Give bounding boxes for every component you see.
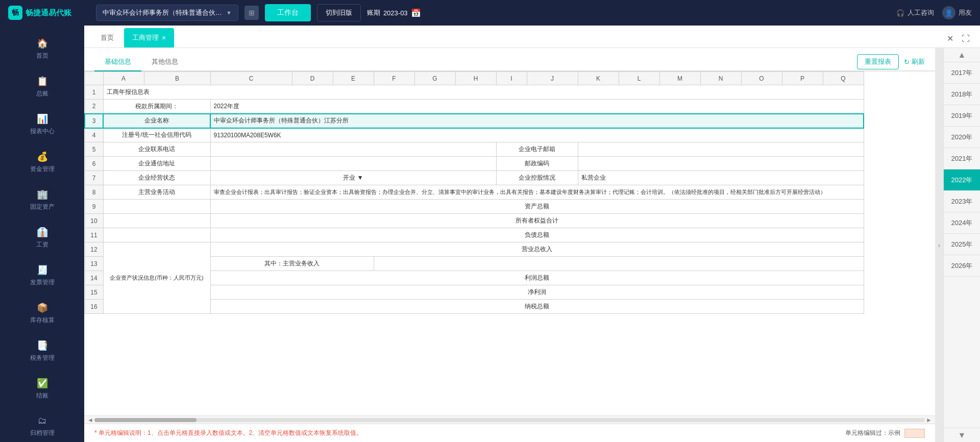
sidebar-label-tax: 税务管理 <box>30 354 55 362</box>
col-header-m[interactable]: M <box>659 72 700 85</box>
year-item-2023[interactable]: 2023年 <box>944 191 980 212</box>
status-value[interactable]: 开业 ▼ <box>210 171 496 185</box>
hscroll-right-arrow[interactable]: ► <box>925 416 933 424</box>
postcode-value[interactable] <box>578 157 864 171</box>
col-header-c[interactable]: C <box>210 72 292 85</box>
sidebar-label-payroll: 工资 <box>36 240 48 249</box>
tab-close-icon[interactable]: × <box>162 34 166 42</box>
spreadsheet-scroll[interactable]: A B C D E F G H I J <box>84 71 935 415</box>
year-item-2025[interactable]: 2025年 <box>944 234 980 255</box>
table-title: 工商年报信息表 <box>103 85 864 100</box>
year-down-arrow[interactable]: ▼ <box>944 428 980 442</box>
year-item-2020[interactable]: 2020年 <box>944 127 980 148</box>
reports-icon: 📊 <box>37 113 48 125</box>
close-window-button[interactable]: ✕ <box>945 32 955 45</box>
year-panel: ▲ 2017年 2018年 2019年 2020年 2021年 2022年 20… <box>943 48 980 442</box>
period-value: 2023-03 <box>383 9 408 17</box>
col-header-e[interactable]: E <box>333 72 374 85</box>
year-item-2017[interactable]: 2017年 <box>944 62 980 84</box>
logo: 畅 畅捷通易代账 <box>8 6 90 20</box>
logo-text: 畅捷通易代账 <box>26 8 71 18</box>
tab-home-label: 首页 <box>101 33 114 42</box>
main-revenue-label: 其中：主营业务收入 <box>210 257 374 271</box>
col-header-i[interactable]: I <box>496 72 527 85</box>
tab-home[interactable]: 首页 <box>92 28 122 47</box>
col-header-l[interactable]: L <box>619 72 659 85</box>
holding-value[interactable]: 私营企业 <box>578 171 864 185</box>
year-item-2021[interactable]: 2021年 <box>944 148 980 169</box>
refresh-button[interactable]: ↻ 刷新 <box>904 57 925 66</box>
company-selector[interactable]: 中审众环会计师事务所（特殊普通合伙… ▼ <box>96 5 238 21</box>
company-icon-button[interactable]: ⊞ <box>244 6 259 20</box>
col-header-a[interactable]: A <box>103 72 144 85</box>
year-item-2026[interactable]: 2026年 <box>944 255 980 277</box>
sidebar-item-payroll[interactable]: 👔 工资 <box>4 220 80 255</box>
period-value-cell[interactable]: 2022年度 <box>210 100 864 114</box>
col-header-j[interactable]: J <box>527 72 578 85</box>
email-value[interactable] <box>578 142 864 157</box>
reset-button[interactable]: 重置报表 <box>857 54 899 69</box>
col-header-q[interactable]: Q <box>823 72 864 85</box>
subtab-bar: 基础信息 其他信息 重置报表 ↻ 刷新 <box>84 48 935 71</box>
archive-icon: 🗂 <box>38 415 47 426</box>
hscroll-thumb[interactable] <box>94 418 197 422</box>
company-name-label: 企业名称 <box>103 114 210 128</box>
corner-cell <box>85 72 103 85</box>
footer: * 单元格编辑说明：1、点击单元格直接录入数值或文本。2、清空单元格数值或文本恢… <box>84 424 935 442</box>
year-item-2018[interactable]: 2018年 <box>944 84 980 105</box>
assets-total-label: 资产总额 <box>210 200 864 214</box>
sidebar-item-ledger[interactable]: 📋 总账 <box>4 69 80 104</box>
addr-value[interactable] <box>210 157 496 171</box>
year-item-2022[interactable]: 2022年 <box>944 169 980 191</box>
year-up-arrow[interactable]: ▲ <box>944 48 980 62</box>
year-item-2024[interactable]: 2024年 <box>944 212 980 234</box>
company-name-value[interactable]: 中审众环会计师事务所（特殊普通合伙）江苏分所 <box>210 114 864 128</box>
sidebar-item-invoice[interactable]: 🧾 发票管理 <box>4 258 80 293</box>
sidebar-label-close: 结账 <box>36 391 48 400</box>
subtab-basic-label: 基础信息 <box>105 58 131 65</box>
subtab-other[interactable]: 其他信息 <box>141 53 188 71</box>
sidebar-item-assets[interactable]: 🏢 固定资产 <box>4 183 80 217</box>
subtab-basic[interactable]: 基础信息 <box>94 53 141 71</box>
row-num-14: 14 <box>85 271 103 285</box>
col-header-k[interactable]: K <box>578 72 619 85</box>
row-num-3: 3 <box>85 114 103 128</box>
sidebar-item-reports[interactable]: 📊 报表中心 <box>4 107 80 142</box>
funds-icon: 💰 <box>37 151 48 162</box>
col-header-n[interactable]: N <box>700 72 741 85</box>
col-header-f[interactable]: F <box>374 72 414 85</box>
collapse-panel-button[interactable]: › <box>935 48 943 442</box>
table-row: 1 工商年报信息表 <box>85 85 864 100</box>
maximize-window-button[interactable]: ⛶ <box>960 32 972 45</box>
tel-value[interactable] <box>210 142 496 157</box>
footer-right: 单元格编辑过：示例 <box>845 429 925 438</box>
main-panel: 基础信息 其他信息 重置报表 ↻ 刷新 <box>84 48 935 442</box>
calendar-icon[interactable]: 📅 <box>411 8 421 18</box>
col-header-d[interactable]: D <box>292 72 333 85</box>
support-button[interactable]: 🎧 人工咨询 <box>896 8 934 17</box>
table-row: 5 企业联系电话 企业电子邮箱 <box>85 142 864 157</box>
row-num-12: 12 <box>85 242 103 257</box>
sidebar-item-funds[interactable]: 💰 资金管理 <box>4 145 80 180</box>
tab-business[interactable]: 工商管理 × <box>124 28 174 47</box>
sidebar-item-inventory[interactable]: 📦 库存核算 <box>4 296 80 331</box>
reg-value[interactable]: 91320100MA208E5W6K <box>210 128 864 142</box>
year-item-2019[interactable]: 2019年 <box>944 105 980 127</box>
col-header-h[interactable]: H <box>455 72 496 85</box>
sidebar-item-home[interactable]: 🏠 首页 <box>4 32 80 66</box>
sidebar-item-close[interactable]: ✅ 结账 <box>4 372 80 406</box>
sidebar-item-archive[interactable]: 🗂 归档管理 <box>4 409 80 442</box>
workbench-button[interactable]: 工作台 <box>265 4 311 21</box>
main-revenue-value[interactable] <box>374 257 864 271</box>
col-header-o[interactable]: O <box>741 72 782 85</box>
col-header-b[interactable]: B <box>144 72 210 85</box>
company-dropdown-icon: ▼ <box>226 10 232 16</box>
user-button[interactable]: 👤 用友 <box>942 6 972 19</box>
biz-value[interactable]: 审查企业会计报表；出具审计报告；验证企业资本；出具验资报告；办理企业合并、分立、… <box>210 185 864 200</box>
debt-total-label: 负债总额 <box>210 228 864 242</box>
sidebar-item-tax[interactable]: 📑 税务管理 <box>4 334 80 369</box>
old-version-button[interactable]: 切到旧版 <box>317 4 361 21</box>
hscroll-left-arrow[interactable]: ◄ <box>86 416 94 424</box>
col-header-g[interactable]: G <box>414 72 455 85</box>
col-header-p[interactable]: P <box>782 72 823 85</box>
